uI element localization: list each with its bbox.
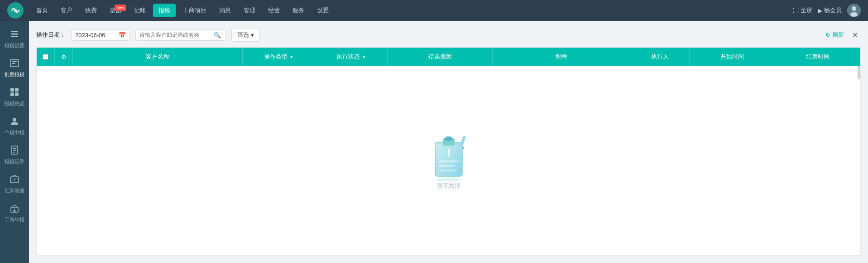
th-executor-label: 执行人 [651, 53, 669, 61]
table-scrollbar[interactable] [858, 66, 860, 255]
empty-svg: ! [428, 131, 474, 181]
th-op-type[interactable]: 操作类型 ▼ [243, 48, 315, 66]
th-end-time: 结束时间 [775, 48, 860, 66]
svg-rect-9 [12, 61, 17, 62]
svg-text:¥: ¥ [13, 178, 16, 182]
svg-point-15 [13, 118, 16, 122]
svg-rect-28 [439, 165, 455, 167]
nav-item-tax[interactable]: 报税 [153, 4, 176, 17]
th-checkbox[interactable] [37, 48, 55, 66]
svg-rect-6 [11, 34, 18, 35]
svg-rect-7 [11, 36, 18, 37]
nav-item-service[interactable]: 服务 [287, 4, 310, 17]
scrollbar-thumb [858, 66, 860, 79]
fullscreen-button[interactable]: ⛶ 全屏 [793, 6, 812, 15]
svg-rect-26 [445, 136, 452, 141]
th-exec-status-label: 执行状态 [336, 53, 360, 61]
sidebar-item-personal-tax[interactable]: 个税申报 [0, 112, 29, 141]
settlement-icon: ¥ [10, 174, 19, 185]
tax-record-icon [10, 145, 19, 156]
th-settings[interactable]: ⚙ [55, 48, 73, 66]
svg-rect-14 [15, 93, 19, 96]
sort-icon: ▼ [289, 54, 294, 59]
play-icon: ▶ [818, 7, 822, 14]
refresh-button[interactable]: ↻ 刷新 [825, 31, 844, 39]
tax-settings-icon [10, 29, 19, 40]
sidebar: 报税设置批量报税报税总览个税申报报税记录¥汇算清缴工商年报 [0, 21, 29, 263]
svg-rect-17 [13, 148, 16, 149]
svg-text:!: ! [446, 146, 451, 160]
sidebar-item-tax-record[interactable]: 报税记录 [0, 141, 29, 170]
main-layout: 报税设置批量报税报税总览个税申报报税记录¥汇算清缴工商年报 操作日期： 📅 🔍 … [0, 21, 868, 263]
sidebar-item-batch-tax[interactable]: 批量报税 [0, 54, 29, 83]
date-label: 操作日期： [36, 31, 66, 39]
nav-item-manage[interactable]: 管理 [238, 4, 261, 17]
search-input[interactable] [139, 32, 212, 38]
th-client: 客户名称 [73, 48, 243, 66]
top-navbar: 首页客户收费票据new记账报税工商项目消息管理经营服务设置 ⛶ 全屏 ▶ 畅会员 [0, 0, 868, 21]
date-picker[interactable]: 📅 [71, 29, 130, 41]
personal-tax-icon [10, 116, 19, 127]
calendar-icon: 📅 [119, 32, 126, 39]
nav-item-home[interactable]: 首页 [31, 4, 53, 17]
sort-icon-2: ▼ [362, 54, 366, 59]
th-start-time: 开始时间 [690, 48, 775, 66]
sidebar-item-settlement[interactable]: ¥汇算清缴 [0, 170, 29, 199]
annual-report-icon [10, 203, 19, 214]
chevron-down-icon: ▾ [251, 32, 254, 39]
table-header: ⚙ 客户名称 操作类型 ▼ 执行状态 ▼ 错误股因 税种 [37, 48, 860, 66]
nav-items: 首页客户收费票据new记账报税工商项目消息管理经营服务设置 [31, 4, 793, 17]
svg-rect-23 [14, 209, 15, 212]
th-exec-status[interactable]: 执行状态 ▼ [315, 48, 388, 66]
th-tax-type: 税种 [493, 48, 630, 66]
th-tax-type-label: 税种 [556, 53, 567, 61]
th-executor: 执行人 [630, 48, 690, 66]
svg-point-1 [14, 9, 17, 12]
nav-item-message[interactable]: 消息 [214, 4, 236, 17]
avatar[interactable] [847, 4, 861, 17]
th-op-type-label: 操作类型 [264, 53, 288, 61]
logo[interactable] [7, 2, 24, 19]
sidebar-label-settlement: 汇算清缴 [5, 187, 24, 194]
nav-item-operations[interactable]: 经营 [263, 4, 285, 17]
sidebar-label-tax-overview: 报税总览 [5, 100, 24, 107]
filter-button[interactable]: 筛选 ▾ [231, 28, 260, 42]
tax-overview-icon [10, 87, 19, 98]
empty-illustration: ! [428, 131, 469, 176]
th-end-time-label: 结束时间 [806, 53, 830, 61]
sidebar-label-tax-settings: 报税设置 [5, 42, 24, 49]
nav-item-invoice[interactable]: 票据new [104, 4, 127, 17]
svg-rect-13 [10, 93, 14, 96]
svg-rect-27 [439, 161, 459, 162]
svg-rect-11 [10, 88, 14, 92]
th-error-label: 错误股因 [428, 53, 452, 61]
data-table: ⚙ 客户名称 操作类型 ▼ 执行状态 ▼ 错误股因 税种 [36, 47, 861, 256]
batch-tax-icon [10, 58, 19, 69]
th-client-label: 客户名称 [146, 53, 169, 61]
date-input[interactable] [75, 32, 116, 39]
nav-item-customer[interactable]: 客户 [55, 4, 78, 17]
fullscreen-label: 全屏 [801, 6, 812, 15]
fullscreen-icon: ⛶ [793, 7, 799, 14]
member-label: 畅会员 [824, 6, 842, 15]
svg-rect-29 [439, 170, 457, 171]
sidebar-label-personal-tax: 个税申报 [5, 129, 24, 136]
svg-rect-10 [12, 63, 15, 64]
sidebar-item-tax-settings[interactable]: 报税设置 [0, 24, 29, 54]
close-button[interactable]: ✕ [849, 30, 861, 40]
nav-item-settings[interactable]: 设置 [312, 4, 334, 17]
sidebar-item-annual-report[interactable]: 工商年报 [0, 199, 29, 228]
empty-state: ! [428, 131, 469, 190]
nav-item-collection[interactable]: 收费 [80, 4, 102, 17]
member-button[interactable]: ▶ 畅会员 [818, 6, 842, 15]
search-icon[interactable]: 🔍 [214, 32, 221, 39]
select-all-checkbox[interactable] [43, 54, 48, 60]
nav-item-bizproject[interactable]: 工商项目 [177, 4, 212, 17]
svg-rect-5 [11, 31, 18, 32]
content-area: 操作日期： 📅 🔍 筛选 ▾ ↻ 刷新 ✕ [29, 21, 868, 263]
nav-item-ledger[interactable]: 记账 [129, 4, 151, 17]
sidebar-item-tax-overview[interactable]: 报税总览 [0, 83, 29, 112]
th-start-time-label: 开始时间 [720, 53, 744, 61]
sidebar-label-tax-record: 报税记录 [5, 158, 24, 165]
refresh-label: 刷新 [832, 31, 844, 39]
